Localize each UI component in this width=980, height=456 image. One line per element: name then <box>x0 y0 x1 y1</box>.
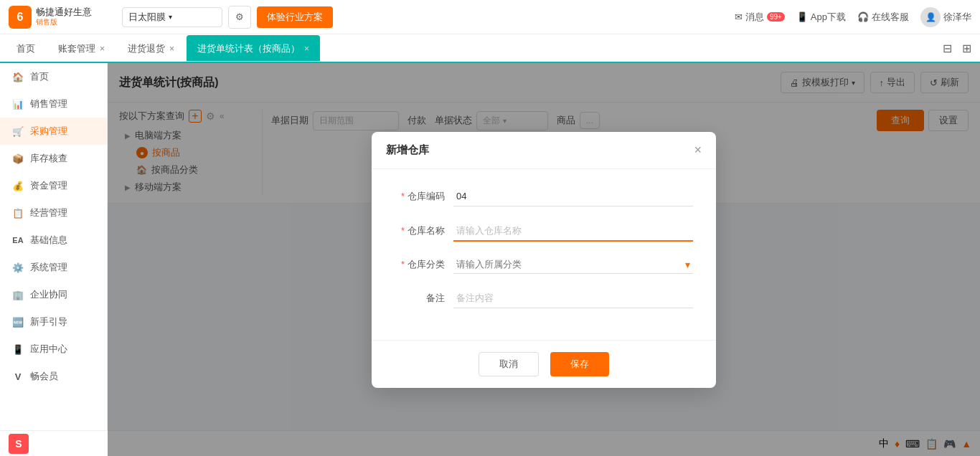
operations-icon: 📋 <box>11 206 24 219</box>
trial-button[interactable]: 体验行业方案 <box>257 6 333 28</box>
sidebar-item-guide[interactable]: 🆕 新手引导 <box>0 308 107 336</box>
inventory-icon: 📦 <box>11 152 24 165</box>
online-service-label: 在线客服 <box>872 11 909 24</box>
sidebar: 🏠 首页 📊 销售管理 🛒 采购管理 📦 库存核查 💰 资金管理 📋 经营管理 … <box>0 63 108 456</box>
tab-stats-close[interactable]: × <box>304 44 309 54</box>
guide-icon: 🆕 <box>11 315 24 328</box>
store-name: 日太阳膜 <box>128 11 166 24</box>
tab-returns[interactable]: 进货退货 × <box>117 35 185 61</box>
tab-maximize-icon[interactable]: ⊞ <box>959 40 974 57</box>
sidebar-item-guide-label: 新手引导 <box>30 315 67 328</box>
s-logo: S <box>9 434 29 454</box>
warehouse-type-input[interactable] <box>456 259 685 270</box>
message-item[interactable]: ✉ 消息 99+ <box>735 11 785 24</box>
sidebar-item-enterprise-label: 企业协同 <box>30 288 67 301</box>
logo-icon: 6 <box>9 6 32 29</box>
warehouse-code-label: 仓库编码 <box>395 190 445 203</box>
sidebar-item-sales-label: 销售管理 <box>30 98 67 110</box>
topbar: 6 畅捷通好生意 销售版 日太阳膜 ▾ ⚙ 体验行业方案 ✉ 消息 99+ 📱 … <box>0 0 980 34</box>
select-arrow-icon: ▾ <box>685 259 690 270</box>
tab-minimize-icon[interactable]: ⊟ <box>940 40 955 57</box>
warehouse-code-input[interactable] <box>453 186 693 206</box>
sidebar-item-inventory-label: 库存核查 <box>30 152 67 165</box>
sidebar-item-member[interactable]: V 畅会员 <box>0 363 107 390</box>
chevron-down-icon: ▾ <box>169 13 172 21</box>
gear-button[interactable]: ⚙ <box>228 6 251 29</box>
sidebar-item-sales[interactable]: 📊 销售管理 <box>0 90 107 118</box>
modal-close-button[interactable]: × <box>694 143 702 156</box>
basic-icon: EA <box>11 234 24 247</box>
remark-input[interactable] <box>453 288 693 308</box>
user-item[interactable]: 👤 徐泽华 <box>920 7 971 27</box>
bottom-left: S <box>9 434 29 454</box>
tab-returns-close[interactable]: × <box>169 44 174 54</box>
sidebar-item-finance-label: 资金管理 <box>30 179 67 192</box>
sidebar-item-home[interactable]: 🏠 首页 <box>0 63 107 90</box>
sidebar-item-appcenter-label: 应用中心 <box>30 343 67 356</box>
form-row-type: 仓库分类 ▾ <box>395 256 693 274</box>
sidebar-item-appcenter[interactable]: 📱 应用中心 <box>0 336 107 363</box>
modal-overlay: 新增仓库 × 仓库编码 仓库名称 仓库 <box>108 63 980 456</box>
user-name: 徐泽华 <box>943 11 971 24</box>
form-row-name: 仓库名称 <box>395 221 693 242</box>
sales-icon: 📊 <box>11 98 24 110</box>
main-layout: 🏠 首页 📊 销售管理 🛒 采购管理 📦 库存核查 💰 资金管理 📋 经营管理 … <box>0 63 980 456</box>
tab-home-label: 首页 <box>17 42 35 55</box>
sidebar-item-purchase[interactable]: 🛒 采购管理 <box>0 118 107 145</box>
gear-icon: ⚙ <box>235 11 244 22</box>
tab-controls: ⊟ ⊞ <box>940 40 974 57</box>
phone-icon: 📱 <box>796 11 808 22</box>
user-avatar: 👤 <box>920 7 941 27</box>
remark-label: 备注 <box>395 292 445 305</box>
modal-header: 新增仓库 × <box>372 132 716 169</box>
save-button[interactable]: 保存 <box>550 352 609 376</box>
headset-icon: 🎧 <box>857 11 869 22</box>
topbar-right: ✉ 消息 99+ 📱 App下载 🎧 在线客服 👤 徐泽华 <box>735 7 971 27</box>
cancel-button[interactable]: 取消 <box>479 352 539 376</box>
sidebar-item-basic[interactable]: EA 基础信息 <box>0 227 107 254</box>
tab-home[interactable]: 首页 <box>6 35 46 61</box>
warehouse-modal: 新增仓库 × 仓库编码 仓库名称 仓库 <box>372 132 716 388</box>
tab-stats[interactable]: 进货单统计表（按商品） × <box>187 35 320 61</box>
tab-accounts-close[interactable]: × <box>100 44 105 54</box>
purchase-icon: 🛒 <box>11 125 24 138</box>
tabbar: 首页 账套管理 × 进货退货 × 进货单统计表（按商品） × ⊟ ⊞ <box>0 34 980 63</box>
enterprise-icon: 🏢 <box>11 288 24 301</box>
form-row-remark: 备注 <box>395 288 693 308</box>
sidebar-item-purchase-label: 采购管理 <box>30 125 67 138</box>
store-selector[interactable]: 日太阳膜 ▾ <box>122 7 222 27</box>
warehouse-type-label: 仓库分类 <box>395 258 445 271</box>
sidebar-item-system-label: 系统管理 <box>30 261 67 274</box>
sidebar-item-finance[interactable]: 💰 资金管理 <box>0 172 107 199</box>
logo-name: 畅捷通好生意 <box>36 6 92 18</box>
logo-sub: 销售版 <box>36 17 92 27</box>
user-icon: 👤 <box>925 12 936 22</box>
finance-icon: 💰 <box>11 179 24 192</box>
tab-accounts-label: 账套管理 <box>58 42 95 55</box>
appcenter-icon: 📱 <box>11 343 24 356</box>
warehouse-type-select[interactable]: ▾ <box>453 256 693 274</box>
online-service-item[interactable]: 🎧 在线客服 <box>857 11 909 24</box>
tab-stats-label: 进货单统计表（按商品） <box>197 42 300 55</box>
message-badge: 99+ <box>767 12 785 22</box>
content-area: 进货单统计(按商品) 🖨 按模板打印 ▾ ↑ 导出 ↺ 刷新 <box>108 63 980 456</box>
message-label: 消息 <box>745 11 764 24</box>
sidebar-item-system[interactable]: ⚙️ 系统管理 <box>0 254 107 281</box>
modal-title: 新增仓库 <box>386 143 429 157</box>
app-download-item[interactable]: 📱 App下载 <box>796 11 846 24</box>
sidebar-item-inventory[interactable]: 📦 库存核查 <box>0 145 107 172</box>
app-download-label: App下载 <box>811 11 846 24</box>
sidebar-item-operations[interactable]: 📋 经营管理 <box>0 199 107 227</box>
home-icon: 🏠 <box>11 70 24 83</box>
warehouse-name-input[interactable] <box>453 221 693 242</box>
sidebar-item-basic-label: 基础信息 <box>30 234 67 247</box>
form-row-code: 仓库编码 <box>395 186 693 206</box>
sidebar-item-member-label: 畅会员 <box>30 370 58 383</box>
system-icon: ⚙️ <box>11 261 24 274</box>
sidebar-item-operations-label: 经营管理 <box>30 206 67 219</box>
modal-footer: 取消 保存 <box>372 340 716 388</box>
sidebar-item-enterprise[interactable]: 🏢 企业协同 <box>0 281 107 308</box>
tab-accounts[interactable]: 账套管理 × <box>47 35 116 61</box>
member-icon: V <box>11 370 24 383</box>
logo-area: 6 畅捷通好生意 销售版 <box>9 6 116 29</box>
